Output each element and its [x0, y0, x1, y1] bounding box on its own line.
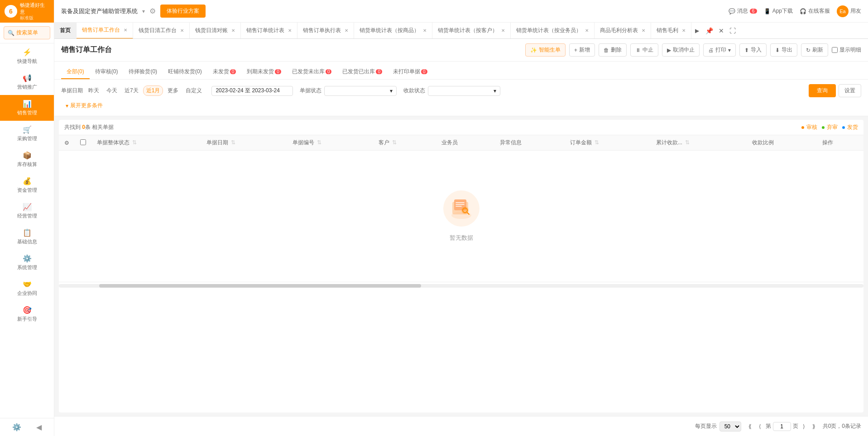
page-prev-button[interactable]: ⟨ [756, 422, 764, 431]
tabbar-pin-button[interactable]: 📌 [703, 27, 716, 34]
stop-button[interactable]: ⏸ 中止 [630, 43, 658, 57]
select-all-checkbox[interactable] [80, 139, 86, 145]
payment-select[interactable]: ▾ [428, 86, 500, 96]
expand-more-button[interactable]: ▾ 展开更多条件 [61, 100, 107, 111]
tab-close-sales-more[interactable]: ✕ [682, 28, 686, 33]
tab-sales-product[interactable]: 销货单统计表（按商品） ✕ [354, 23, 432, 39]
date-1month[interactable]: 近1月 [143, 85, 163, 96]
sidebar-item-enterprise[interactable]: 🤝 企业协同 [0, 275, 54, 301]
filter-tab-expired-not-shipped[interactable]: 到期未发货0 [241, 65, 287, 79]
filter-tab-all[interactable]: 全部(0) [61, 65, 90, 79]
tabbar-maximize-button[interactable]: ⛶ [727, 27, 739, 34]
tab-cash-daily[interactable]: 钱货日清工作台 ✕ [133, 23, 190, 39]
user-menu-button[interactable]: Ea 用友 [837, 5, 861, 17]
sidebar-item-guide[interactable]: 🎯 新手引导 [0, 301, 54, 327]
delete-button[interactable]: 🗑 删除 [599, 43, 627, 57]
tab-close-gross-profit[interactable]: ✕ [642, 28, 645, 33]
tab-sales-staff[interactable]: 销货单统计表（按业务员） ✕ [511, 23, 595, 39]
print-button[interactable]: 🖨 打印 ▾ [703, 43, 736, 57]
set-button[interactable]: 设置 [839, 84, 861, 97]
page-first-button[interactable]: ⟪ [746, 422, 754, 431]
sidebar-item-purchase[interactable]: 🛒 采购管理 [0, 121, 54, 147]
sort-date-icon[interactable]: ⇅ [231, 139, 235, 146]
col-settings[interactable]: ⚙ [59, 135, 75, 151]
filter-tab-not-shipped[interactable]: 未发货0 [207, 65, 242, 79]
topbar-settings-button[interactable]: ⚙ [149, 7, 156, 15]
sort-customer-icon[interactable]: ⇅ [392, 139, 397, 146]
date-range-input[interactable] [211, 86, 293, 96]
filter-tab-wangpu[interactable]: 旺铺待发货(0) [163, 65, 207, 79]
industry-solution-button[interactable]: 体验行业方案 [160, 5, 206, 18]
filter-tab-shipped-out[interactable]: 已发货已出库0 [337, 65, 388, 79]
system-dropdown-icon[interactable]: ▾ [142, 8, 145, 14]
col-checkbox[interactable] [75, 135, 91, 151]
sidebar-item-quick-nav[interactable]: ⚡ 快捷导航 [0, 43, 54, 69]
tab-close-sales-product[interactable]: ✕ [423, 28, 427, 33]
detail-checkbox-label[interactable]: 显示明细 [832, 46, 861, 54]
page-last-button[interactable]: ⟫ [810, 422, 818, 431]
message-button[interactable]: 💬 消息 6 [729, 7, 757, 15]
tab-sales-more[interactable]: 销售毛利 ✕ [651, 23, 691, 39]
scrollbar-thumb[interactable] [99, 284, 421, 288]
filter-tab-pending-check[interactable]: 待择验货(0) [123, 65, 163, 79]
search-icon: 🔍 [8, 30, 14, 36]
ai-generate-button[interactable]: ✨ 智能生单 [525, 43, 566, 57]
filter-tab-shipped-not-out[interactable]: 已发货未出库0 [287, 65, 337, 79]
footer-settings-button[interactable]: ⚙️ [12, 423, 21, 431]
date-custom[interactable]: 自定义 [183, 86, 205, 95]
tab-gross-profit[interactable]: 商品毛利分析表 ✕ [595, 23, 651, 39]
tabbar-more-button[interactable]: ▶ [691, 28, 703, 34]
tab-sales-workbench[interactable]: 销售订单工作台 ✕ [77, 23, 133, 39]
export-button[interactable]: ⬇ 导出 [770, 43, 797, 57]
page-next-button[interactable]: ⟩ [800, 422, 808, 431]
horizontal-scrollbar[interactable] [59, 284, 863, 288]
page-number-input[interactable] [773, 422, 791, 431]
refresh-button[interactable]: ↻ 刷新 [801, 43, 828, 57]
filter-tab-not-printed[interactable]: 未打印单据0 [388, 65, 433, 79]
tab-sales-customer[interactable]: 销货单统计表（按客户） ✕ [432, 23, 511, 39]
tab-sales-exec[interactable]: 销售订单执行表 ✕ [297, 23, 354, 39]
sidebar-item-sales[interactable]: 📊 销售管理 [0, 95, 54, 121]
date-today[interactable]: 今天 [104, 86, 120, 95]
tab-cash-reconcile[interactable]: 钱货日清对账 ✕ [190, 23, 241, 39]
sort-amount-icon[interactable]: ⇅ [595, 139, 599, 146]
add-button[interactable]: + 新增 [569, 43, 595, 57]
import-button[interactable]: ⬆ 导入 [739, 43, 767, 57]
base-info-icon: 📋 [23, 228, 32, 237]
filter-tab-pending-review[interactable]: 待审核(0) [90, 65, 124, 79]
sidebar-item-finance[interactable]: 💰 资金管理 [0, 172, 54, 198]
sort-status-icon[interactable]: ⇅ [132, 139, 137, 146]
review-action[interactable]: 审核 [801, 123, 817, 131]
tab-close-sales-staff[interactable]: ✕ [585, 28, 589, 33]
date-7days[interactable]: 近7天 [122, 86, 141, 95]
ship-action[interactable]: 发货 [842, 123, 858, 131]
tab-close-cash-daily[interactable]: ✕ [180, 28, 184, 33]
query-button[interactable]: 查询 [809, 84, 836, 97]
unreview-action[interactable]: 弃审 [822, 123, 838, 131]
page-size-select[interactable]: 50 [719, 422, 741, 431]
date-yesterday[interactable]: 昨天 [86, 86, 102, 95]
cancel-stop-button[interactable]: ▶ 取消中止 [662, 43, 700, 57]
app-download-button[interactable]: 📱 App下载 [764, 7, 793, 15]
tab-close-sales-customer[interactable]: ✕ [501, 28, 505, 33]
tab-sales-stat[interactable]: 销售订单统计表 ✕ [241, 23, 297, 39]
tab-close-cash-reconcile[interactable]: ✕ [231, 28, 235, 33]
tab-close-sales-exec[interactable]: ✕ [345, 28, 348, 33]
sidebar-item-marketing[interactable]: 📢 营销推广 [0, 69, 54, 95]
sidebar-item-system[interactable]: ⚙️ 系统管理 [0, 250, 54, 275]
online-service-button[interactable]: 🎧 在线客服 [800, 7, 830, 15]
sidebar-item-base-info[interactable]: 📋 基础信息 [0, 224, 54, 250]
sort-number-icon[interactable]: ⇅ [317, 139, 321, 146]
tab-close-sales-stat[interactable]: ✕ [288, 28, 292, 33]
detail-checkbox[interactable] [832, 47, 838, 53]
tab-home[interactable]: 首页 [54, 23, 77, 39]
search-menu-button[interactable]: 🔍 搜索菜单 [4, 26, 50, 39]
sidebar-item-inventory[interactable]: 📦 库存核算 [0, 147, 54, 172]
footer-collapse-button[interactable]: ◀ [36, 423, 42, 431]
tabbar-close-all-button[interactable]: ✕ [716, 27, 727, 34]
status-select[interactable]: ▾ [324, 86, 397, 96]
date-more[interactable]: 更多 [165, 86, 181, 95]
sort-collected-icon[interactable]: ⇅ [685, 139, 690, 146]
sidebar-item-operations[interactable]: 📈 经营管理 [0, 198, 54, 224]
tab-close-sales-workbench[interactable]: ✕ [124, 28, 127, 33]
